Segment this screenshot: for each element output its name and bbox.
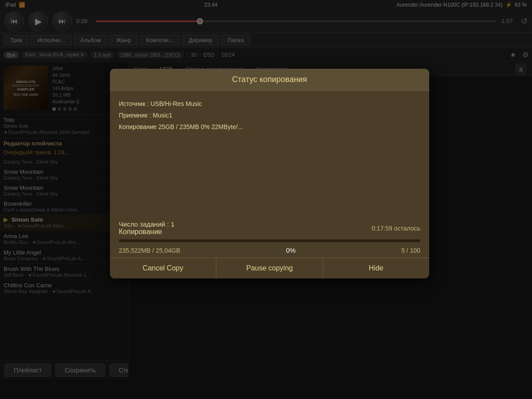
modal-stats-row: Число заданий : 1 Копирование 0:17:59 ос… <box>110 215 429 238</box>
modal-count: 5 / 100 <box>401 247 420 254</box>
modal-receiver: Приемник : Music1 <box>119 110 420 121</box>
modal-title: Статус копирования <box>110 69 429 91</box>
modal-actions: Cancel Copy Pause copying Hide <box>110 258 429 278</box>
modal-copy-progress-text: Копирование 25GB / 235MB 0% 22MByte/... <box>119 121 420 133</box>
modal-time-remaining: 0:17:59 осталось <box>372 225 420 232</box>
modal-jobs-label: Число заданий : 1 <box>119 220 175 228</box>
modal-progress-bar <box>119 239 420 242</box>
copy-status-modal: Статус копирования Источник : USB/Hi-Res… <box>110 69 429 278</box>
modal-copying-label: Копирование <box>119 228 175 236</box>
modal-progress-bar-area <box>110 238 429 244</box>
modal-detail-row: 235,522MB / 25,04GB 0% 5 / 100 <box>110 244 429 258</box>
modal-percent: 0% <box>286 246 296 254</box>
modal-source: Источник : USB/Hi-Res Music <box>119 98 420 110</box>
hide-button[interactable]: Hide <box>323 258 429 278</box>
modal-jobs-copy-area: Число заданий : 1 Копирование <box>119 220 175 236</box>
modal-size: 235,522MB / 25,04GB <box>119 247 180 254</box>
pause-copying-button[interactable]: Pause copying <box>216 258 323 278</box>
modal-body: Источник : USB/Hi-Res Music Приемник : M… <box>110 91 429 215</box>
cancel-copy-button[interactable]: Cancel Copy <box>110 258 216 278</box>
